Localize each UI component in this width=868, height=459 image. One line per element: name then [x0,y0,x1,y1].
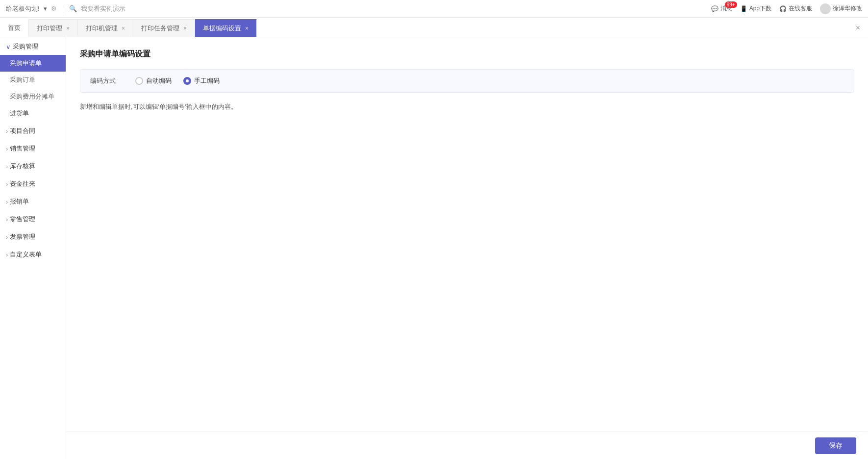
top-bar-left: 给老板勾划! ▾ ⚙ 🔍 我要看实例演示 [6,4,125,13]
tab-home[interactable]: 首页 [0,19,29,37]
sidebar-group-inventory-title[interactable]: › 库存核算 [0,157,66,175]
sidebar-group-custom-form-label: 自定义表单 [10,250,42,259]
app-download-label: App下数 [749,4,771,13]
app-download-button[interactable]: 📱 App下数 [740,4,771,13]
sidebar-group-invoice-label: 发票管理 [10,232,35,241]
tab-bill-code-close[interactable]: × [245,25,248,32]
sidebar-item-stock-in[interactable]: 进货单 [0,105,66,122]
sidebar-group-retail-arrow: › [6,216,8,223]
sidebar-item-purchase-order[interactable]: 采购订单 [0,72,66,88]
tab-bill-code[interactable]: 单据编码设置 × [195,19,257,37]
tab-home-label: 首页 [8,24,21,32]
sidebar-group-expense-arrow: › [6,198,8,205]
radio-group: 自动编码 手工编码 [135,76,220,85]
radio-auto[interactable]: 自动编码 [135,76,172,85]
sidebar-group-invoice: › 发票管理 [0,228,66,245]
online-service-button[interactable]: 🎧 在线客服 [779,4,812,13]
radio-auto-label: 自动编码 [146,76,172,85]
sidebar-group-expense-label: 报销单 [10,197,29,206]
sidebar-item-purchase-request[interactable]: 采购申请单 [0,55,66,72]
tab-print-manage[interactable]: 打印管理 × [29,19,78,37]
search-icon: 🔍 [69,5,77,12]
tab-printer-manage[interactable]: 打印机管理 × [78,19,133,37]
radio-manual[interactable]: 手工编码 [183,76,220,85]
logo-text: 给老板勾划! [6,4,40,13]
tab-print-manage-close[interactable]: × [66,25,70,32]
sidebar-group-retail-label: 零售管理 [10,215,35,224]
sidebar-group-inventory-arrow: › [6,163,8,170]
sidebar-group-finance-label: 资金往来 [10,179,35,188]
sidebar-item-purchase-request-label: 采购申请单 [10,59,42,67]
encoding-label: 编码方式 [90,76,116,85]
app-download-icon: 📱 [740,5,747,12]
tab-print-manage-label: 打印管理 [37,24,62,33]
sidebar-item-stock-in-label: 进货单 [10,109,29,117]
tab-printer-manage-close[interactable]: × [122,25,125,32]
sidebar-group-finance-title[interactable]: › 资金往来 [0,175,66,192]
sidebar-group-project-arrow: › [6,128,8,135]
tab-print-task-label: 打印任务管理 [141,24,179,33]
sidebar-item-purchase-expense[interactable]: 采购费用分摊单 [0,88,66,105]
divider [63,5,63,13]
sidebar-item-purchase-order-label: 采购订单 [10,76,35,83]
sidebar-group-invoice-title[interactable]: › 发票管理 [0,228,66,245]
content-area: 采购申请单编码设置 编码方式 自动编码 手工编码 [66,37,868,459]
online-service-icon: 🎧 [779,5,787,12]
top-bar-right: 💬 消息 99+ 📱 App下数 🎧 在线客服 徐泽华修改 [711,3,862,14]
sidebar-group-custom-form-arrow: › [6,251,8,258]
tab-print-task-close[interactable]: × [183,25,187,32]
sidebar-group-sales-title[interactable]: › 销售管理 [0,139,66,157]
sidebar-group-project-title[interactable]: › 项目合同 [0,122,66,139]
sidebar-group-sales-arrow: › [6,145,8,153]
tab-print-task[interactable]: 打印任务管理 × [133,19,195,37]
user-avatar-icon [820,3,831,14]
sidebar-group-finance: › 资金往来 [0,175,66,192]
sidebar-group-purchase: ∨ 采购管理 采购申请单 采购订单 采购费用分摊单 进货单 [0,37,66,122]
tab-printer-manage-label: 打印机管理 [86,24,118,33]
message-button[interactable]: 💬 消息 99+ [711,4,732,13]
sidebar-group-finance-arrow: › [6,180,8,188]
radio-auto-circle [135,77,143,85]
sidebar-group-inventory-label: 库存核算 [10,162,35,171]
sidebar-group-inventory: › 库存核算 [0,157,66,175]
sidebar-group-project: › 项目合同 [0,122,66,139]
sidebar-group-retail-title[interactable]: › 零售管理 [0,210,66,228]
tab-bar: 首页 打印管理 × 打印机管理 × 打印任务管理 × 单据编码设置 × × [0,18,868,37]
user-label: 徐泽华修改 [833,4,862,13]
sidebar-group-sales: › 销售管理 [0,139,66,157]
tab-bill-code-label: 单据编码设置 [203,24,241,33]
settings-icon[interactable]: ⚙ [51,5,57,12]
sidebar-group-purchase-label: 采购管理 [13,42,38,51]
radio-manual-label: 手工编码 [194,76,220,85]
main-content: 采购申请单编码设置 编码方式 自动编码 手工编码 [66,37,868,459]
sidebar-group-expense-title[interactable]: › 报销单 [0,192,66,210]
search-text[interactable]: 我要看实例演示 [81,4,125,13]
sidebar-group-purchase-title[interactable]: ∨ 采购管理 [0,37,66,55]
encoding-section: 编码方式 自动编码 手工编码 [80,69,854,93]
tab-bar-close-all[interactable]: × [848,19,868,37]
sidebar-group-custom-form-title[interactable]: › 自定义表单 [0,245,66,263]
sidebar: ∨ 采购管理 采购申请单 采购订单 采购费用分摊单 进货单 › 项目合同 [0,37,66,459]
sidebar-group-project-label: 项目合同 [10,127,35,135]
sidebar-group-purchase-arrow: ∨ [6,43,11,51]
layout: ∨ 采购管理 采购申请单 采购订单 采购费用分摊单 进货单 › 项目合同 [0,37,868,459]
online-service-label: 在线客服 [789,4,812,13]
hint-text: 新增和编辑单据时,可以编辑'单据编号'输入框中的内容。 [80,102,854,111]
dropdown-icon[interactable]: ▾ [44,5,47,12]
top-bar: 给老板勾划! ▾ ⚙ 🔍 我要看实例演示 💬 消息 99+ 📱 App下数 🎧 … [0,0,868,18]
user-avatar[interactable]: 徐泽华修改 [820,3,862,14]
footer-bar: 保存 [66,432,868,459]
radio-manual-circle [183,77,191,85]
save-button[interactable]: 保存 [815,437,856,454]
sidebar-group-sales-label: 销售管理 [10,144,35,153]
sidebar-group-expense: › 报销单 [0,192,66,210]
sidebar-item-purchase-expense-label: 采购费用分摊单 [10,93,54,100]
message-icon: 💬 [711,5,719,12]
sidebar-group-retail: › 零售管理 [0,210,66,228]
page-title: 采购申请单编码设置 [80,49,854,59]
sidebar-group-custom-form: › 自定义表单 [0,245,66,263]
message-badge: 99+ [725,1,737,8]
sidebar-group-invoice-arrow: › [6,233,8,241]
